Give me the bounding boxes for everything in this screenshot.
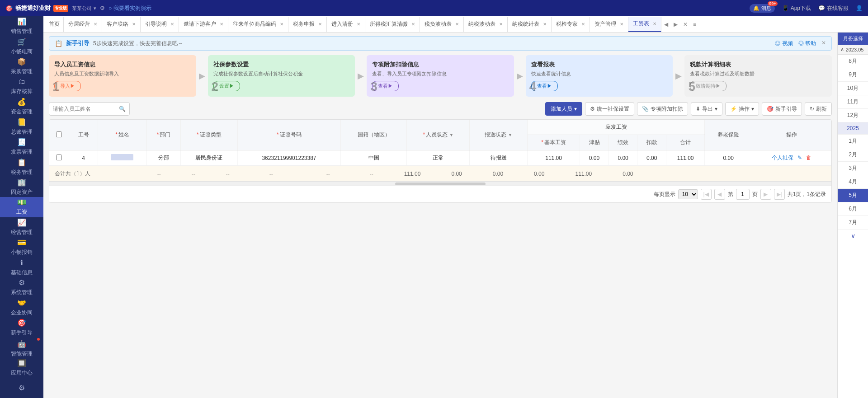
page-input[interactable] bbox=[736, 189, 750, 200]
tab-close-asset[interactable]: ✕ bbox=[620, 22, 623, 27]
tab-income-tax[interactable]: 所得税汇算清缴 ✕ bbox=[365, 17, 420, 32]
tab-nav-prev[interactable]: ◀ bbox=[661, 21, 671, 28]
month-item-1[interactable]: 1月 bbox=[838, 135, 868, 148]
month-down-icon[interactable]: ∨ bbox=[851, 232, 855, 239]
tab-tax-stats[interactable]: 纳税统计表 ✕ bbox=[508, 17, 552, 32]
tab-close-stats[interactable]: ✕ bbox=[543, 22, 547, 27]
sidebar-item-ecommerce[interactable]: 🛒 小畅电商 bbox=[0, 36, 43, 56]
sidebar-item-finance[interactable]: 💰 资金管理 bbox=[0, 97, 43, 117]
refresh-button[interactable]: ↻ 刷新 bbox=[805, 102, 832, 116]
tab-close-expert[interactable]: ✕ bbox=[581, 22, 585, 27]
export-button[interactable]: ⬇ 导出 ▾ bbox=[691, 102, 722, 116]
operation-button[interactable]: ⚡ 操作 ▾ bbox=[725, 102, 759, 116]
tab-close-fluctuation[interactable]: ✕ bbox=[499, 22, 503, 27]
page-last-btn[interactable]: ▶| bbox=[774, 189, 785, 200]
month-item-9[interactable]: 9月 bbox=[838, 68, 868, 82]
search-box[interactable]: 🔍 bbox=[49, 102, 130, 116]
demo-link[interactable]: ○ 我要看实例演示 bbox=[108, 5, 151, 12]
message-button[interactable]: 🔔 消息 99+ bbox=[750, 4, 775, 13]
guide-video-link[interactable]: ◎ 视频 bbox=[775, 40, 793, 47]
sidebar-item-operations[interactable]: 📈 经营管理 bbox=[0, 217, 43, 237]
tab-close-invite[interactable]: ✕ bbox=[220, 22, 223, 27]
tab-close-customer[interactable]: ✕ bbox=[132, 22, 136, 27]
sidebar-item-assets[interactable]: 🏢 固定资产 bbox=[0, 177, 43, 197]
search-input[interactable] bbox=[53, 106, 116, 112]
report-filter-icon[interactable]: ▼ bbox=[508, 132, 512, 137]
month-item-10[interactable]: 10月 bbox=[838, 82, 868, 95]
select-all-checkbox[interactable] bbox=[56, 131, 62, 137]
sidebar-item-salary[interactable]: 💵 工资 bbox=[0, 197, 43, 217]
step-btn-pending[interactable]: 敬请期待▶ bbox=[690, 81, 726, 91]
page-next-btn[interactable]: ▶ bbox=[760, 189, 771, 200]
year-2025[interactable]: 2025 bbox=[838, 122, 868, 135]
page-size-select[interactable]: 10 20 50 bbox=[678, 189, 698, 199]
new-guide-button[interactable]: 🎯 新手引导 bbox=[762, 102, 802, 116]
month-item-8[interactable]: 8月 bbox=[838, 55, 868, 68]
guide-help-link[interactable]: ◎ 帮助 bbox=[798, 40, 816, 47]
sidebar-item-expense[interactable]: 💳 小畅报销 bbox=[0, 237, 43, 257]
tab-nav-next[interactable]: ▶ bbox=[671, 21, 680, 28]
month-item-4[interactable]: 4月 bbox=[838, 175, 868, 189]
online-service-button[interactable]: 💬 在线客服 bbox=[818, 5, 849, 12]
sidebar-item-basic-info[interactable]: ℹ 基础信息 bbox=[0, 258, 43, 277]
tab-home[interactable]: 首页 bbox=[45, 17, 64, 32]
sidebar-item-sales[interactable]: 📊 销售管理 bbox=[0, 16, 43, 36]
user-avatar[interactable]: 👤 bbox=[856, 5, 863, 11]
page-first-btn[interactable]: |◀ bbox=[701, 189, 712, 200]
scroll-thumb[interactable] bbox=[395, 183, 486, 185]
sidebar-item-app-center[interactable]: 🔲 应用中心 bbox=[0, 358, 43, 378]
sidebar-item-ledger[interactable]: 📒 总账管理 bbox=[0, 117, 43, 136]
sidebar-item-purchase[interactable]: 📦 采购管理 bbox=[0, 56, 43, 76]
sidebar-item-config[interactable]: ⚙ bbox=[0, 378, 43, 398]
guide-close-btn[interactable]: ✕ bbox=[821, 40, 826, 47]
tab-salary-table[interactable]: 工资表 ✕ bbox=[628, 17, 661, 32]
horizontal-scrollbar[interactable] bbox=[49, 181, 831, 186]
tab-close-product[interactable]: ✕ bbox=[280, 22, 283, 27]
status-filter-icon[interactable]: ▼ bbox=[449, 132, 453, 137]
special-deduct-button[interactable]: 📎 专项附加扣除 bbox=[637, 102, 688, 116]
delete-icon[interactable]: 🗑 bbox=[806, 155, 811, 161]
tab-close-salary[interactable]: ✕ bbox=[653, 21, 656, 26]
month-item-2[interactable]: 2月 bbox=[838, 148, 868, 162]
tab-close-income[interactable]: ✕ bbox=[411, 22, 415, 27]
tab-layered-ops[interactable]: 分层经营 ✕ bbox=[64, 17, 102, 32]
add-person-button[interactable]: 添加人员 ▾ bbox=[545, 102, 582, 116]
year-prev-btn[interactable]: ∧ bbox=[840, 47, 844, 52]
tab-tax-expert[interactable]: 税检专家 ✕ bbox=[552, 17, 590, 32]
app-download-button[interactable]: 📱 App下载 bbox=[782, 5, 811, 12]
settings-icon[interactable]: ⚙ bbox=[100, 5, 105, 11]
tab-close-burden[interactable]: ✕ bbox=[455, 22, 459, 27]
sidebar-item-tax[interactable]: 📋 税务管理 bbox=[0, 157, 43, 177]
page-prev-btn[interactable]: ◀ bbox=[714, 189, 725, 200]
tab-close-clearance[interactable]: ✕ bbox=[357, 22, 360, 27]
tab-close-guide[interactable]: ✕ bbox=[170, 22, 174, 27]
tab-tax-fluctuation[interactable]: 纳税波动表 ✕ bbox=[464, 17, 508, 32]
sidebar-item-collab[interactable]: 🤝 企业协同 bbox=[0, 298, 43, 318]
sidebar-item-invoice[interactable]: 🧾 发票管理 bbox=[0, 137, 43, 157]
month-item-11[interactable]: 11月 bbox=[838, 95, 868, 109]
month-item-7[interactable]: 7月 bbox=[838, 216, 868, 229]
month-item-5[interactable]: 5月 bbox=[838, 189, 868, 202]
tab-close-tax[interactable]: ✕ bbox=[318, 22, 322, 27]
tab-invite[interactable]: 邀请下游客户 ✕ bbox=[179, 17, 228, 32]
month-item-6[interactable]: 6月 bbox=[838, 202, 868, 216]
month-panel-title[interactable]: 月份选择 bbox=[838, 33, 868, 45]
tab-close-all[interactable]: ✕ bbox=[680, 21, 690, 28]
sidebar-item-system[interactable]: ⚙ 系统管理 bbox=[0, 277, 43, 297]
personal-social-link[interactable]: 个人社保 bbox=[772, 155, 793, 161]
tab-guide-desc[interactable]: 引导说明 ✕ bbox=[141, 17, 179, 32]
edit-icon[interactable]: ✎ bbox=[797, 155, 802, 161]
company-selector[interactable]: 某某公司 ▾ bbox=[72, 5, 96, 12]
tab-clearance[interactable]: 进入清册 ✕ bbox=[327, 17, 365, 32]
month-item-3[interactable]: 3月 bbox=[838, 162, 868, 175]
unified-settings-button[interactable]: ⚙ 统一社保设置 bbox=[585, 102, 634, 116]
sidebar-item-guide[interactable]: 🎯 新手引导 bbox=[0, 318, 43, 337]
sidebar-item-ai[interactable]: 🤖 智能管理 bbox=[0, 338, 43, 358]
tab-close-layered[interactable]: ✕ bbox=[94, 22, 97, 27]
tab-tax-report[interactable]: 税务申报 ✕ bbox=[288, 17, 327, 32]
tab-menu[interactable]: ≡ bbox=[690, 21, 699, 28]
sidebar-item-inventory[interactable]: 🗂 库存核算 bbox=[0, 76, 43, 96]
tab-tax-burden[interactable]: 税负波动表 ✕ bbox=[420, 17, 464, 32]
tab-customer[interactable]: 客户联络 ✕ bbox=[102, 17, 141, 32]
row-checkbox[interactable] bbox=[56, 155, 62, 160]
